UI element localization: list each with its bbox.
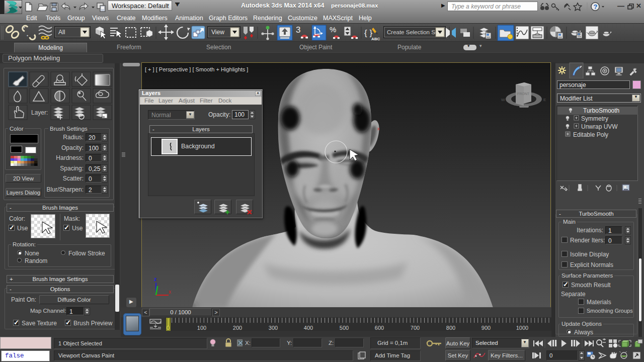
svg-text:%: % xyxy=(330,25,336,34)
svg-text:700: 700 xyxy=(411,325,420,331)
svg-text:100: 100 xyxy=(197,325,206,331)
svg-text:✦: ✦ xyxy=(23,26,26,29)
svg-text:z: z xyxy=(154,276,157,282)
svg-text:600: 600 xyxy=(375,325,384,331)
svg-text:Layer:: Layer: xyxy=(31,109,48,116)
svg-text:200: 200 xyxy=(233,325,242,331)
svg-text:W: W xyxy=(501,98,505,102)
svg-text:x: x xyxy=(377,126,380,131)
svg-text:1000: 1000 xyxy=(516,325,528,331)
svg-text:FRONT: FRONT xyxy=(517,92,530,96)
svg-text:800: 800 xyxy=(446,325,455,331)
svg-text:?: ? xyxy=(594,3,598,11)
svg-text:E: E xyxy=(543,98,546,102)
svg-text:Create Selection Se: Create Selection Se xyxy=(387,29,438,35)
svg-text:ABC: ABC xyxy=(371,37,380,41)
svg-text:300: 300 xyxy=(269,325,278,331)
svg-text:x: x xyxy=(169,289,171,295)
svg-text:View: View xyxy=(211,29,224,36)
svg-text:All: All xyxy=(58,29,65,36)
svg-text:900: 900 xyxy=(481,325,491,331)
svg-text:500: 500 xyxy=(340,325,349,331)
svg-text:3: 3 xyxy=(296,25,300,35)
svg-text:✦: ✦ xyxy=(26,34,29,37)
svg-text:400: 400 xyxy=(304,325,313,331)
svg-text:0: 0 xyxy=(167,325,170,331)
